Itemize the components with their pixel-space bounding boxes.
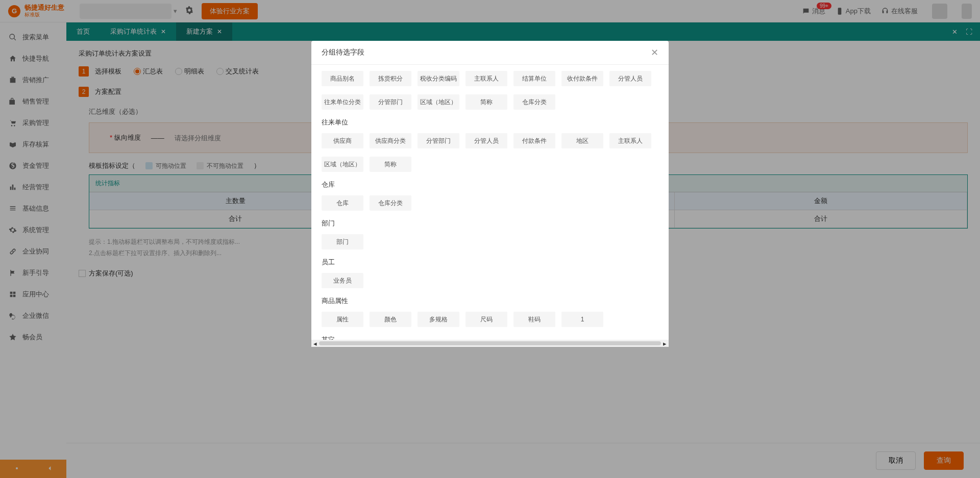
field-group-4: 仓库仓库仓库分类 (322, 180, 658, 211)
field-chip[interactable]: 拣货积分 (370, 71, 411, 86)
field-chip[interactable]: 区域（地区） (418, 94, 459, 110)
field-chip[interactable]: 简称 (370, 157, 411, 172)
scroll-right-icon[interactable]: ▸ (663, 340, 667, 347)
scroll-thumb[interactable] (319, 341, 661, 345)
group-title: 员工 (322, 258, 658, 267)
field-chip[interactable]: 商品别名 (322, 71, 363, 86)
field-group-5: 部门部门 (322, 219, 658, 249)
field-group-6: 员工业务员 (322, 258, 658, 288)
field-chip[interactable]: 供应商 (322, 133, 363, 148)
group-title: 仓库 (322, 180, 658, 189)
field-group-7: 商品属性属性颜色多规格尺码鞋码1 (322, 296, 658, 327)
field-chip[interactable]: 尺码 (465, 312, 507, 327)
modal-title: 分组待选字段 (322, 48, 364, 57)
group-title: 往来单位 (322, 118, 658, 127)
field-chip[interactable]: 区域（地区） (322, 157, 363, 172)
field-chip[interactable]: 主联系人 (609, 133, 651, 148)
field-chip[interactable]: 业务员 (322, 273, 363, 288)
field-chip[interactable]: 分管人员 (465, 133, 507, 148)
field-chip[interactable]: 地区 (561, 133, 603, 148)
field-chip[interactable]: 主联系人 (465, 71, 507, 86)
field-chip[interactable]: 分管部门 (418, 133, 459, 148)
field-chip[interactable]: 往来单位分类 (322, 94, 363, 110)
field-chip[interactable]: 仓库分类 (513, 94, 555, 110)
field-chip[interactable]: 结算单位 (513, 71, 555, 86)
field-group-8: 其它采购订单单据日期完成状态制单人审核人采购单位单位2 (322, 335, 658, 340)
field-chip[interactable]: 属性 (322, 312, 363, 327)
field-group-2: 往来单位供应商供应商分类分管部门分管人员付款条件地区主联系人 (322, 118, 658, 148)
field-chip[interactable]: 税收分类编码 (418, 71, 459, 86)
field-chip[interactable]: 付款条件 (513, 133, 555, 148)
close-icon[interactable]: ✕ (651, 47, 658, 58)
scroll-left-icon[interactable]: ◂ (313, 340, 317, 347)
field-chip[interactable]: 颜色 (370, 312, 411, 327)
field-chip[interactable]: 分管人员 (609, 71, 651, 86)
field-group-1: 往来单位分类分管部门区域（地区）简称仓库分类 (322, 94, 658, 110)
group-title: 其它 (322, 335, 658, 340)
field-chip[interactable]: 鞋码 (513, 312, 555, 327)
field-group-3: 区域（地区）简称 (322, 157, 658, 172)
field-select-modal: 分组待选字段 ✕ 商品别名拣货积分税收分类编码主联系人结算单位收付款条件分管人员… (311, 41, 669, 347)
field-group-0: 商品别名拣货积分税收分类编码主联系人结算单位收付款条件分管人员 (322, 71, 658, 86)
field-chip[interactable]: 收付款条件 (561, 71, 603, 86)
group-title: 商品属性 (322, 296, 658, 306)
field-chip[interactable]: 部门 (322, 234, 363, 249)
group-title: 部门 (322, 219, 658, 228)
h-scrollbar[interactable]: ◂ ▸ (311, 340, 669, 347)
field-chip[interactable]: 仓库 (322, 195, 363, 211)
field-chip[interactable]: 1 (561, 312, 603, 327)
field-chip[interactable]: 简称 (465, 94, 507, 110)
field-chip[interactable]: 供应商分类 (370, 133, 411, 148)
field-chip[interactable]: 分管部门 (370, 94, 411, 110)
field-chip[interactable]: 多规格 (418, 312, 459, 327)
field-chip[interactable]: 仓库分类 (370, 195, 411, 211)
